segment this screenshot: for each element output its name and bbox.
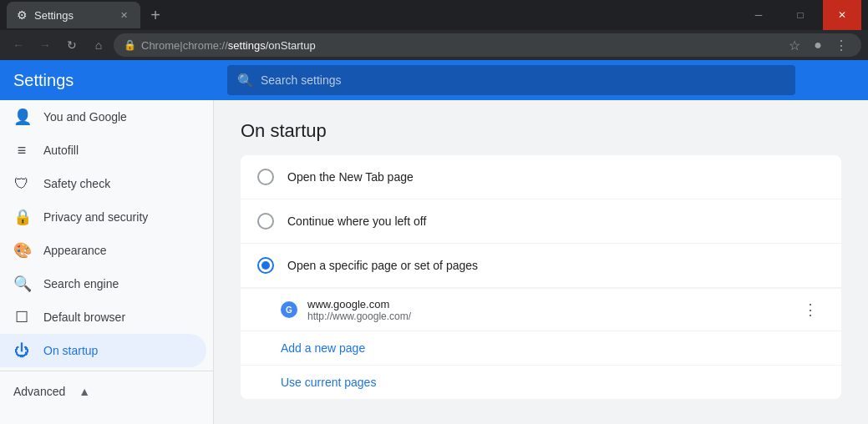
search-input[interactable] — [261, 73, 785, 87]
radio-new-tab[interactable] — [257, 169, 274, 185]
site-url: http://www.google.com/ — [307, 310, 786, 322]
autofill-icon: ≡ — [13, 142, 30, 159]
sidebar-item-safety-check[interactable]: 🛡 Safety check — [0, 167, 206, 200]
option-specific-page-label: Open a specific page or set of pages — [287, 259, 478, 272]
titlebar: ⚙ Settings ✕ + ─ □ ✕ — [0, 0, 868, 30]
close-button[interactable]: ✕ — [823, 0, 861, 30]
sidebar-item-search-engine[interactable]: 🔍 Search engine — [0, 267, 206, 300]
titlebar-controls: ─ □ ✕ — [739, 0, 861, 30]
site-entry: G www.google.com http://www.google.com/ … — [241, 288, 841, 331]
back-button[interactable]: ← — [7, 33, 30, 57]
profile-button[interactable]: ● — [808, 35, 828, 55]
sidebar-divider — [0, 371, 213, 371]
url-domain: Chrome — [141, 39, 180, 52]
add-new-page-link[interactable]: Add a new page — [241, 331, 841, 365]
minimize-button[interactable]: ─ — [739, 0, 778, 30]
main-content: On startup Open the New Tab page Continu… — [214, 100, 868, 424]
bookmark-button[interactable]: ☆ — [784, 35, 805, 55]
startup-icon: ⏻ — [13, 342, 30, 360]
chevron-up-icon: ▲ — [79, 385, 90, 398]
settings-header: Settings 🔍 — [0, 60, 868, 100]
tab-close-button[interactable]: ✕ — [117, 8, 130, 22]
option-new-tab-label: Open the New Tab page — [287, 170, 414, 184]
omnibox-actions: ☆ ● ⋮ — [784, 35, 851, 55]
option-specific-page[interactable]: Open a specific page or set of pages — [241, 244, 841, 288]
use-current-pages-link[interactable]: Use current pages — [241, 365, 841, 399]
search-icon: 🔍 — [237, 73, 254, 88]
radio-continue[interactable] — [257, 213, 274, 230]
site-menu-button[interactable]: ⋮ — [796, 297, 825, 322]
site-favicon: G — [281, 301, 297, 318]
sidebar-item-privacy-and-security[interactable]: 🔒 Privacy and security — [0, 200, 206, 234]
url-path: settings — [228, 39, 266, 52]
site-name: www.google.com — [307, 298, 786, 310]
advanced-label: Advanced — [13, 385, 65, 398]
sidebar-item-you-and-google[interactable]: 👤 You and Google — [0, 100, 206, 134]
settings-title: Settings — [13, 71, 214, 90]
tab-title: Settings — [34, 9, 74, 22]
lock-icon: 🔒 — [13, 208, 30, 226]
maximize-button[interactable]: □ — [781, 0, 820, 30]
chrome-body: Settings 🔍 👤 You and Google ≡ Autofill 🛡… — [0, 60, 868, 424]
menu-button[interactable]: ⋮ — [831, 35, 851, 55]
option-continue-label: Continue where you left off — [287, 215, 426, 228]
lock-icon: 🔒 — [124, 39, 136, 51]
option-continue[interactable]: Continue where you left off — [241, 199, 841, 244]
sidebar: 👤 You and Google ≡ Autofill 🛡 Safety che… — [0, 100, 214, 424]
sidebar-item-label: Default browser — [43, 310, 125, 324]
person-icon: 👤 — [13, 108, 30, 126]
option-new-tab[interactable]: Open the New Tab page — [241, 155, 841, 199]
url-scheme: chrome:// — [183, 39, 228, 52]
refresh-button[interactable]: ↻ — [60, 33, 84, 57]
sidebar-item-label: You and Google — [43, 110, 127, 124]
active-tab[interactable]: ⚙ Settings ✕ — [7, 2, 140, 28]
address-bar[interactable]: 🔒 Chrome | chrome:// settings /onStartup… — [114, 33, 861, 57]
startup-options-card: Open the New Tab page Continue where you… — [241, 155, 841, 399]
sidebar-item-label: Search engine — [43, 277, 119, 290]
content-area: 👤 You and Google ≡ Autofill 🛡 Safety che… — [0, 100, 868, 424]
site-info: www.google.com http://www.google.com/ — [307, 298, 786, 322]
radio-specific-page[interactable] — [257, 257, 274, 274]
tab-settings-icon: ⚙ — [17, 8, 28, 22]
search-icon: 🔍 — [13, 275, 30, 293]
url-path-suffix: /onStartup — [266, 39, 316, 52]
sidebar-item-autofill[interactable]: ≡ Autofill — [0, 134, 206, 167]
sidebar-item-label: Privacy and security — [43, 210, 148, 224]
sidebar-advanced[interactable]: Advanced ▲ — [0, 375, 213, 408]
new-tab-button[interactable]: + — [144, 3, 167, 27]
sidebar-item-on-startup[interactable]: ⏻ On startup — [0, 334, 206, 367]
sidebar-item-label: On startup — [43, 344, 98, 357]
url-display: Chrome | chrome:// settings /onStartup — [141, 39, 316, 52]
browser-icon: ☐ — [13, 308, 30, 326]
sidebar-item-label: Appearance — [43, 244, 107, 257]
shield-icon: 🛡 — [13, 175, 30, 193]
sidebar-item-default-browser[interactable]: ☐ Default browser — [0, 300, 206, 334]
sidebar-item-label: Autofill — [43, 144, 79, 157]
omnibar: ← → ↻ ⌂ 🔒 Chrome | chrome:// settings /o… — [0, 30, 868, 60]
forward-button[interactable]: → — [33, 33, 57, 57]
sidebar-item-appearance[interactable]: 🎨 Appearance — [0, 234, 206, 267]
search-bar[interactable]: 🔍 — [227, 65, 795, 95]
home-button[interactable]: ⌂ — [87, 33, 110, 57]
sidebar-item-label: Safety check — [43, 177, 110, 190]
page-title: On startup — [241, 120, 841, 142]
palette-icon: 🎨 — [13, 241, 30, 260]
